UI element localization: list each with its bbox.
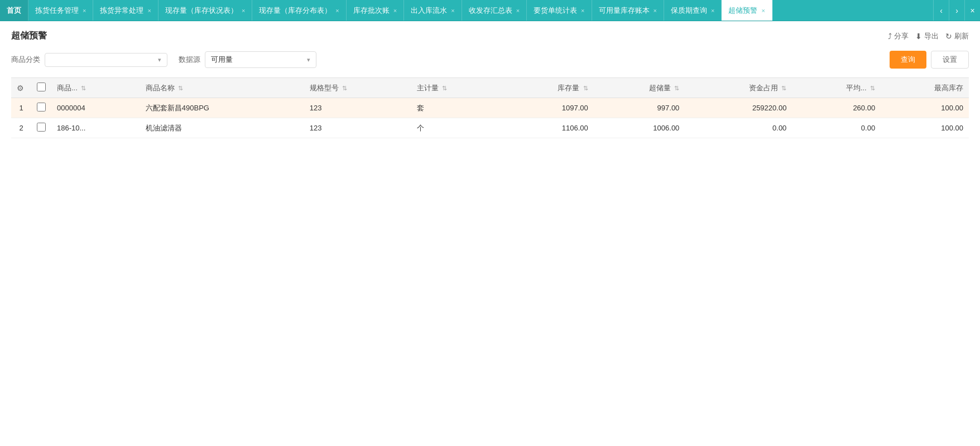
nav-next-arrow[interactable]: › (949, 0, 964, 21)
datasource-select-text: 可用量 (211, 55, 233, 65)
close-icon[interactable]: × (761, 7, 765, 14)
nav-bar: 首页 拣货任务管理 × 拣货异常处理 × 现存量（库存状况表） × 现存量（库存… (0, 0, 980, 21)
col-header-product-name[interactable]: 商品名称 ⇅ (140, 78, 304, 98)
table-row: 1 0000004 六配套新昌490BPG 123 套 1097.00 997.… (11, 98, 969, 118)
close-icon[interactable]: × (335, 7, 339, 14)
sort-icon: ⇅ (870, 85, 875, 92)
refresh-button[interactable]: ↻ 刷新 (945, 31, 969, 41)
cell-capital: 259220.00 (685, 98, 792, 118)
sort-icon: ⇅ (442, 85, 447, 92)
filter-buttons: 查询 设置 (890, 51, 969, 69)
cell-product-code: 0000004 (51, 98, 140, 118)
col-header-avg[interactable]: 平均... ⇅ (792, 78, 881, 98)
table-header-row: ⚙ 商品... ⇅ 商品名称 ⇅ 规格型号 ⇅ 主计量 (11, 78, 969, 98)
close-icon[interactable]: × (242, 7, 245, 14)
settings-icon[interactable]: ⚙ (17, 84, 24, 93)
nav-item-home[interactable]: 首页 (0, 0, 28, 21)
category-label: 商品分类 (11, 55, 40, 65)
nav-item-expiry[interactable]: 保质期查询 × (664, 0, 722, 21)
cell-product-name: 六配套新昌490BPG (140, 98, 304, 118)
row-checkbox-cell (31, 118, 51, 138)
row-num: 1 (11, 98, 31, 118)
sort-icon: ⇅ (674, 85, 679, 92)
filter-row: 商品分类 ▾ 数据源 可用量 ▾ 查询 设置 (11, 51, 969, 69)
sort-icon: ⇅ (342, 85, 347, 92)
row-checkbox[interactable] (37, 123, 46, 132)
close-icon[interactable]: × (147, 7, 151, 14)
chevron-down-icon: ▾ (307, 56, 310, 64)
page-content: 超储预警 ⤴ 分享 ⬇ 导出 ↻ 刷新 商品分类 ▾ 数据源 (0, 21, 980, 446)
nav-item-task-mgmt[interactable]: 拣货任务管理 × (28, 0, 93, 21)
col-header-unit[interactable]: 主计量 ⇅ (411, 78, 503, 98)
category-filter: 商品分类 ▾ (11, 53, 167, 67)
export-icon: ⬇ (915, 32, 922, 41)
col-header-max-stock[interactable]: 最高库存 (881, 78, 969, 98)
sort-icon: ⇅ (178, 85, 183, 92)
chevron-down-icon: ▾ (158, 56, 161, 64)
nav-item-exception[interactable]: 拣货异常处理 × (93, 0, 158, 21)
nav-item-order-stats[interactable]: 要货单统计表 × (527, 0, 592, 21)
cell-unit: 套 (411, 98, 503, 118)
sort-icon: ⇅ (583, 85, 588, 92)
cell-max-stock: 100.00 (881, 98, 969, 118)
cell-overstock: 1006.00 (594, 118, 685, 138)
query-button[interactable]: 查询 (890, 51, 926, 69)
cell-avg: 0.00 (792, 118, 881, 138)
col-settings: ⚙ (11, 78, 31, 98)
cell-overstock: 997.00 (594, 98, 685, 118)
share-icon: ⤴ (888, 32, 892, 41)
cell-unit: 个 (411, 118, 503, 138)
nav-item-inout[interactable]: 出入库流水 × (404, 0, 462, 21)
page-header: 超储预警 ⤴ 分享 ⬇ 导出 ↻ 刷新 (11, 30, 969, 42)
cell-max-stock: 100.00 (881, 118, 969, 138)
cell-spec: 123 (304, 118, 411, 138)
close-icon[interactable]: × (516, 7, 520, 14)
col-header-spec[interactable]: 规格型号 ⇅ (304, 78, 411, 98)
cell-stock: 1097.00 (502, 98, 594, 118)
close-icon[interactable]: × (393, 7, 397, 14)
nav-item-stock-status[interactable]: 现存量（库存状况表） × (158, 0, 252, 21)
col-checkbox (31, 78, 51, 98)
data-table: ⚙ 商品... ⇅ 商品名称 ⇅ 规格型号 ⇅ 主计量 (11, 77, 969, 138)
nav-more-arrow[interactable]: × (964, 0, 980, 21)
page-title: 超储预警 (11, 30, 47, 42)
row-checkbox[interactable] (37, 103, 46, 112)
close-icon[interactable]: × (654, 7, 657, 14)
close-icon[interactable]: × (83, 7, 86, 14)
cell-product-name: 机油滤清器 (140, 118, 304, 138)
nav-item-collect[interactable]: 收发存汇总表 × (462, 0, 527, 21)
nav-prev-arrow[interactable]: ‹ (933, 0, 949, 21)
datasource-select[interactable]: 可用量 ▾ (205, 51, 316, 68)
select-all-checkbox[interactable] (37, 83, 46, 91)
close-icon[interactable]: × (711, 7, 714, 14)
close-icon[interactable]: × (581, 7, 584, 14)
header-actions: ⤴ 分享 ⬇ 导出 ↻ 刷新 (888, 31, 969, 41)
share-button[interactable]: ⤴ 分享 (888, 31, 909, 41)
nav-item-batch[interactable]: 库存批次账 × (347, 0, 404, 21)
cell-stock: 1106.00 (502, 118, 594, 138)
datasource-filter: 数据源 可用量 ▾ (179, 51, 316, 68)
category-select[interactable]: ▾ (45, 53, 167, 67)
datasource-label: 数据源 (179, 55, 200, 65)
sort-icon: ⇅ (781, 85, 786, 92)
row-checkbox-cell (31, 98, 51, 118)
cell-capital: 0.00 (685, 118, 792, 138)
col-header-capital[interactable]: 资金占用 ⇅ (685, 78, 792, 98)
cell-product-code: 186-10... (51, 118, 140, 138)
nav-item-available[interactable]: 可用量库存账本 × (592, 0, 664, 21)
nav-arrows: ‹ › × (933, 0, 980, 21)
cell-avg: 260.00 (792, 98, 881, 118)
settings-button[interactable]: 设置 (931, 51, 969, 69)
export-button[interactable]: ⬇ 导出 (915, 31, 939, 41)
table-row: 2 186-10... 机油滤清器 123 个 1106.00 1006.00 … (11, 118, 969, 138)
col-header-overstock[interactable]: 超储量 ⇅ (594, 78, 685, 98)
row-num: 2 (11, 118, 31, 138)
cell-spec: 123 (304, 98, 411, 118)
sort-icon: ⇅ (81, 85, 86, 92)
refresh-icon: ↻ (945, 32, 952, 41)
nav-item-overstock[interactable]: 超储预警 × (722, 0, 772, 21)
col-header-product-code[interactable]: 商品... ⇅ (51, 78, 140, 98)
nav-item-stock-dist[interactable]: 现存量（库存分布表） × (252, 0, 346, 21)
col-header-stock[interactable]: 库存量 ⇅ (502, 78, 594, 98)
close-icon[interactable]: × (451, 7, 454, 14)
